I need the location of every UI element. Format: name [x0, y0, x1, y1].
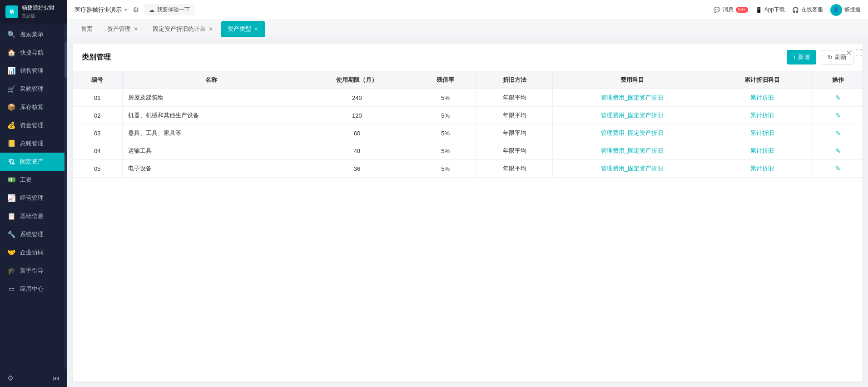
nav-label-fixed-assets: 固定资产 [20, 158, 44, 166]
sidebar-item-search[interactable]: 🔍搜索菜单 [0, 25, 64, 44]
new-button[interactable]: + 新增 [787, 50, 816, 64]
sidebar-item-system[interactable]: 🔧系统管理 [0, 225, 64, 243]
edit-icon[interactable]: ✎ [835, 94, 841, 101]
tab-home[interactable]: 首页 [74, 21, 99, 37]
edit-icon[interactable]: ✎ [835, 147, 841, 154]
header-settings-icon[interactable]: ⚙ [133, 5, 139, 14]
nav-label-sales: 销售管理 [20, 67, 44, 75]
nav-icon-app-center: ⚏ [7, 285, 15, 293]
app-download-button[interactable]: 📱 App下载 [755, 6, 785, 14]
table-cell[interactable]: 累计折旧 [712, 142, 813, 160]
link-cell[interactable]: 累计折旧 [750, 94, 774, 101]
app-download-label: App下载 [764, 6, 785, 14]
table-cell[interactable]: ✎ [813, 89, 863, 107]
nav-label-quick-nav: 快捷导航 [20, 49, 44, 57]
table-cell[interactable]: 累计折旧 [712, 160, 813, 178]
sidebar-item-quick-nav[interactable]: 🏠快捷导航 [0, 44, 64, 62]
table-cell[interactable]: ✎ [813, 107, 863, 124]
table-cell[interactable]: 管理费用_固定资产折旧 [552, 107, 712, 124]
notifications-button[interactable]: 💬 消息 99+ [714, 6, 748, 14]
page-header: 类别管理 + 新增 ↻ 刷新 [73, 44, 863, 71]
notification-badge: 99+ [736, 7, 748, 13]
nav-icon-capital: 💰 [7, 121, 15, 129]
link-cell[interactable]: 管理费用_固定资产折旧 [601, 165, 663, 172]
sidebar-item-fixed-assets[interactable]: 🏗固定资产 [0, 153, 64, 171]
link-cell[interactable]: 管理费用_固定资产折旧 [601, 112, 663, 119]
table-cell: 04 [73, 142, 122, 160]
table-cell: 机器、机械和其他生产设备 [122, 107, 300, 124]
nav-icon-fixed-assets: 🏗 [7, 158, 15, 166]
sidebar-scrollbar[interactable] [64, 24, 67, 369]
table-cell[interactable]: ✎ [813, 124, 863, 142]
sidebar-item-capital[interactable]: 💰资金管理 [0, 116, 64, 134]
tab-close-fixed-asset-depreciation[interactable]: ✕ [208, 26, 213, 32]
tab-close-asset-management[interactable]: ✕ [134, 26, 138, 32]
table-cell[interactable]: 管理费用_固定资产折旧 [552, 160, 712, 178]
link-cell[interactable]: 管理费用_固定资产折旧 [601, 129, 663, 136]
sidebar-item-app-center[interactable]: ⚏应用中心 [0, 280, 64, 298]
sidebar-item-sales[interactable]: 📊销售管理 [0, 62, 64, 80]
nav-label-enterprise: 企业协同 [20, 248, 44, 257]
refresh-icon: ↻ [828, 54, 833, 61]
link-cell[interactable]: 累计折旧 [750, 165, 774, 172]
nav-label-ledger: 总账管理 [20, 139, 44, 148]
module-selector[interactable]: 医疗器械行业演示 ▾ [74, 6, 127, 14]
link-cell[interactable]: 累计折旧 [750, 147, 774, 154]
table-cell[interactable]: 累计折旧 [712, 124, 813, 142]
download-icon: 📱 [755, 7, 762, 13]
online-service-button[interactable]: 🎧 在线客服 [792, 6, 823, 14]
table-cell: 房屋及建筑物 [122, 89, 300, 107]
sidebar-nav: 🔍搜索菜单🏠快捷导航📊销售管理🛒采购管理📦库存核算💰资金管理📒总账管理🏗固定资产… [0, 24, 64, 369]
tab-asset-type[interactable]: 资产类型✕ [221, 21, 265, 37]
maximize-window-icon[interactable]: ⛶ [855, 49, 863, 57]
category-table: 编号名称使用期限（月）残值率折旧方法费用科目累计折旧科目操作 01房屋及建筑物2… [73, 71, 863, 178]
nav-icon-guide: 🎓 [7, 267, 15, 275]
edit-icon[interactable]: ✎ [835, 112, 841, 119]
sidebar-logo: 畅 畅捷通好业财 普及版 [0, 0, 67, 24]
table-cell: 5% [414, 107, 476, 124]
table-cell: 240 [300, 89, 414, 107]
table-cell[interactable]: 累计折旧 [712, 89, 813, 107]
sidebar-item-payroll[interactable]: 💵工资 [0, 171, 64, 189]
table-cell: 运输工具 [122, 142, 300, 160]
nav-icon-purchase: 🛒 [7, 85, 15, 93]
table-header-row: 编号名称使用期限（月）残值率折旧方法费用科目累计折旧科目操作 [73, 71, 863, 89]
user-menu[interactable]: 👤 畅捷通 [830, 4, 861, 16]
close-window-icon[interactable]: ✕ [846, 49, 852, 57]
sidebar-item-business[interactable]: 📈经营管理 [0, 189, 64, 207]
nav-label-search: 搜索菜单 [20, 30, 44, 39]
table-cell[interactable]: 管理费用_固定资产折旧 [552, 124, 712, 142]
sidebar-item-inventory[interactable]: 📦库存核算 [0, 98, 64, 116]
table-cell: 01 [73, 89, 122, 107]
tab-bar: 首页资产管理✕固定资产折旧统计表✕资产类型✕ [67, 20, 868, 38]
tab-label-fixed-asset-depreciation: 固定资产折旧统计表 [153, 25, 206, 33]
sidebar-item-purchase[interactable]: 🛒采购管理 [0, 80, 64, 98]
logo-icon: 畅 [5, 5, 18, 18]
table-cell[interactable]: 管理费用_固定资产折旧 [552, 89, 712, 107]
edit-icon[interactable]: ✎ [835, 129, 841, 137]
tab-asset-management[interactable]: 资产管理✕ [101, 21, 144, 37]
table-cell[interactable]: 累计折旧 [712, 107, 813, 124]
table-cell[interactable]: ✎ [813, 142, 863, 160]
nav-icon-ledger: 📒 [7, 139, 15, 148]
sidebar-item-ledger[interactable]: 📒总账管理 [0, 134, 64, 153]
settings-icon[interactable]: ⚙ [7, 374, 14, 382]
sidebar-item-basic-info[interactable]: 📋基础信息 [0, 207, 64, 225]
table-cell: 48 [300, 142, 414, 160]
table-body: 01房屋及建筑物2405%年限平均管理费用_固定资产折旧累计折旧✎02机器、机械… [73, 89, 863, 178]
link-cell[interactable]: 管理费用_固定资产折旧 [601, 94, 663, 101]
table-cell[interactable]: ✎ [813, 160, 863, 178]
tab-fixed-asset-depreciation[interactable]: 固定资产折旧统计表✕ [146, 21, 219, 37]
link-cell[interactable]: 累计折旧 [750, 129, 774, 136]
experience-button[interactable]: ☁ 我要体验一下 [144, 4, 194, 15]
collapse-icon[interactable]: ⏮ [53, 374, 60, 382]
tab-close-asset-type[interactable]: ✕ [254, 26, 258, 32]
sidebar-item-enterprise[interactable]: 🤝企业协同 [0, 243, 64, 262]
link-cell[interactable]: 管理费用_固定资产折旧 [601, 147, 663, 154]
link-cell[interactable]: 累计折旧 [750, 112, 774, 119]
edit-icon[interactable]: ✎ [835, 165, 841, 172]
table-cell: 02 [73, 107, 122, 124]
sidebar-item-guide[interactable]: 🎓新手引导 [0, 262, 64, 280]
avatar: 👤 [830, 4, 842, 16]
table-cell[interactable]: 管理费用_固定资产折旧 [552, 142, 712, 160]
